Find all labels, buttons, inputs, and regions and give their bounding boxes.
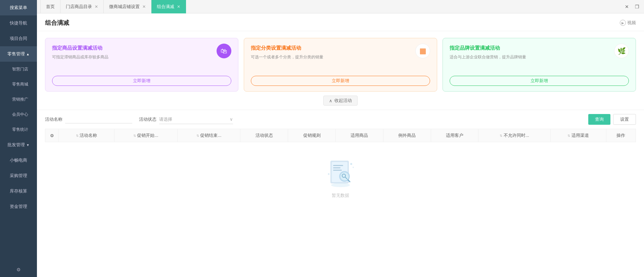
table-section: ⚙ ⇅ 活动名称 ⇅ 促销开始... ⇅ 促销结束...	[37, 129, 644, 205]
video-link[interactable]: ▶ 视频	[620, 20, 636, 26]
col-customers: 适用客户	[431, 129, 478, 142]
main-area: 首页 门店商品目录 ✕ 微商城店铺设置 ✕ 组合满减 ✕ ✕ ❐ 组合满减 ▶ …	[37, 0, 644, 277]
svg-point-12	[353, 167, 354, 168]
filter-buttons: 查询 设置	[588, 114, 636, 125]
col-operation: 操作	[606, 129, 636, 142]
tab-combo-discount[interactable]: 组合满减 ✕	[151, 0, 186, 13]
sidebar-item-retail-mall[interactable]: 零售商城	[0, 77, 37, 92]
table-header-row: ⚙ ⇅ 活动名称 ⇅ 促销开始... ⇅ 促销结束...	[45, 129, 636, 142]
brand-card-add-button[interactable]: 立即新增	[450, 76, 629, 86]
activity-name-label: 活动名称	[45, 116, 62, 122]
col-rules: 促销规则	[288, 129, 336, 142]
col-promo-start[interactable]: ⇅ 促销开始...	[114, 129, 177, 142]
tab-restore-button[interactable]: ❐	[633, 3, 641, 10]
sidebar-item-quick-nav[interactable]: 快捷导航	[0, 15, 37, 31]
col-status: 活动状态	[240, 129, 288, 142]
svg-point-7	[340, 172, 349, 180]
category-card-icon: ▦	[415, 44, 430, 58]
product-card-icon: 🛍	[217, 44, 231, 58]
empty-illustration	[324, 156, 357, 189]
svg-rect-3	[333, 165, 343, 166]
empty-state: 暂无数据	[45, 142, 636, 205]
category-card-desc: 可选一个或者多个分类，提升分类的销量	[251, 54, 430, 71]
svg-point-11	[350, 163, 352, 165]
category-card-add-button[interactable]: 立即新增	[251, 76, 430, 86]
activity-status-select[interactable]: 请选择 ∨	[159, 115, 233, 124]
sort-icon: ⇅	[133, 134, 136, 137]
sidebar-item-project-contract[interactable]: 项目合同	[0, 31, 37, 46]
cards-section: 🛍 指定商品设置满减活动 可指定滞销商品或库存较多商品 立即新增 ▦ 指定分类设…	[37, 31, 644, 92]
col-promo-end[interactable]: ⇅ 促销结束...	[177, 129, 240, 142]
sidebar-item-search-menu[interactable]: 搜索菜单	[0, 0, 37, 15]
sort-icon: ⇅	[567, 134, 570, 137]
product-card-title: 指定商品设置满减活动	[52, 45, 231, 51]
tab-close-combo-discount[interactable]: ✕	[177, 4, 180, 9]
page-header: 组合满减 ▶ 视频	[37, 13, 644, 31]
page-title: 组合满减	[45, 19, 69, 27]
brand-card-icon: 🌿	[614, 44, 629, 58]
tab-close-all-button[interactable]: ✕	[623, 3, 631, 10]
sidebar-item-marketing[interactable]: 营销推广	[0, 92, 37, 107]
collapse-activity-button[interactable]: ∧ 收起活动	[323, 96, 358, 106]
page-content: 组合满减 ▶ 视频 🛍 指定商品设置满减活动 可指定滞销商品或库存较多商品 立即…	[37, 13, 644, 277]
sort-icon: ⇅	[76, 134, 79, 137]
sidebar-settings-button[interactable]: ⚙	[0, 262, 37, 277]
gear-icon: ⚙	[16, 267, 21, 272]
chevron-up-icon: ▲	[26, 52, 30, 56]
play-icon: ▶	[620, 20, 626, 26]
activity-status-filter: 活动状态 请选择 ∨	[139, 115, 233, 124]
sidebar-item-purchase-mgmt[interactable]: 采购管理	[0, 168, 37, 183]
brand-promo-card: 🌿 指定品牌设置满减活动 适合与上游企业联合做营销，提升品牌销量 立即新增	[443, 38, 636, 92]
col-activity-name[interactable]: ⇅ 活动名称	[59, 129, 114, 142]
tab-wechat-store[interactable]: 微商城店铺设置 ✕	[104, 0, 151, 13]
brand-card-desc: 适合与上游企业联合做营销，提升品牌销量	[450, 54, 629, 71]
activity-name-filter: 活动名称	[45, 115, 132, 123]
sidebar-item-finance[interactable]: 资金管理	[0, 199, 37, 214]
sort-icon: ⇅	[196, 134, 199, 137]
tab-home[interactable]: 首页	[40, 0, 60, 13]
empty-text: 暂无数据	[332, 192, 349, 199]
table-empty-row: 暂无数据	[45, 142, 636, 206]
settings-button[interactable]: 设置	[613, 114, 636, 125]
activity-status-label: 活动状态	[139, 116, 156, 122]
table-body: 暂无数据	[45, 142, 636, 206]
svg-rect-4	[333, 167, 340, 168]
data-table: ⚙ ⇅ 活动名称 ⇅ 促销开始... ⇅ 促销结束...	[45, 129, 636, 205]
gear-icon: ⚙	[50, 133, 54, 138]
svg-rect-5	[333, 170, 342, 171]
product-card-desc: 可指定滞销商品或库存较多商品	[52, 54, 231, 71]
col-settings[interactable]: ⚙	[45, 129, 59, 142]
sidebar: 搜索菜单 快捷导航 项目合同 零售管理 ▲ 智慧门店 零售商城 营销推广 会员中…	[0, 0, 37, 277]
product-card-add-button[interactable]: 立即新增	[52, 76, 231, 86]
col-channel[interactable]: ⇅ 适用渠道	[550, 129, 606, 142]
col-no-same-time[interactable]: ⇅ 不允许同时...	[478, 129, 551, 142]
sidebar-item-retail-stats[interactable]: 零售统计	[0, 122, 37, 137]
activity-name-input[interactable]	[65, 115, 132, 123]
sidebar-item-member-center[interactable]: 会员中心	[0, 107, 37, 122]
category-card-title: 指定分类设置满减活动	[251, 45, 430, 51]
sidebar-item-smart-store[interactable]: 智慧门店	[0, 62, 37, 77]
product-promo-card: 🛍 指定商品设置满减活动 可指定滞销商品或库存较多商品 立即新增	[45, 38, 238, 92]
sidebar-item-retail-mgmt[interactable]: 零售管理 ▲	[0, 46, 37, 62]
svg-point-13	[328, 173, 330, 175]
sidebar-item-inventory[interactable]: 库存核算	[0, 183, 37, 199]
tab-product-catalog[interactable]: 门店商品目录 ✕	[60, 0, 104, 13]
tab-close-product-catalog[interactable]: ✕	[95, 4, 98, 9]
category-promo-card: ▦ 指定分类设置满减活动 可选一个或者多个分类，提升分类的销量 立即新增	[244, 38, 437, 92]
cards-row: 🛍 指定商品设置满减活动 可指定滞销商品或库存较多商品 立即新增 ▦ 指定分类设…	[45, 38, 636, 92]
filter-section: 活动名称 活动状态 请选择 ∨ 查询 设置	[37, 110, 644, 129]
collapse-bar: ∧ 收起活动	[37, 92, 644, 110]
chevron-down-icon: ∨	[230, 117, 233, 122]
sidebar-item-xiaochangec[interactable]: 小畅电商	[0, 153, 37, 168]
sort-icon: ⇅	[500, 134, 502, 137]
tab-close-wechat-store[interactable]: ✕	[142, 4, 146, 9]
tab-bar: 首页 门店商品目录 ✕ 微商城店铺设置 ✕ 组合满减 ✕ ✕ ❐	[37, 0, 644, 13]
col-except-products: 例外商品	[383, 129, 431, 142]
sidebar-item-wholesale-mgmt[interactable]: 批发管理 ▼	[0, 137, 37, 153]
chevron-up-icon: ∧	[329, 98, 332, 103]
col-products: 适用商品	[336, 129, 383, 142]
brand-card-title: 指定品牌设置满减活动	[450, 45, 629, 51]
svg-point-0	[331, 183, 350, 187]
query-button[interactable]: 查询	[588, 114, 610, 125]
tab-bar-controls: ✕ ❐	[623, 3, 641, 10]
